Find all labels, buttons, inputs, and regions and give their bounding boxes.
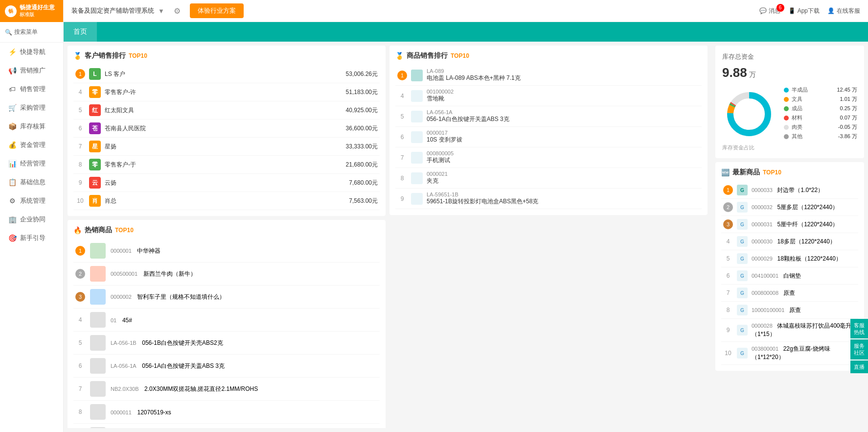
product-image <box>90 266 106 282</box>
sidebar-item-operation[interactable]: 📊 经营管理 <box>0 154 63 173</box>
online-service-button[interactable]: 👤 在线客服 <box>827 7 860 15</box>
product-image <box>90 358 106 374</box>
product-image: G <box>737 219 748 230</box>
sidebar-item-quick[interactable]: ⚡ 快捷导航 <box>0 43 63 61</box>
rank-number: 7 <box>723 289 733 296</box>
rank-number: 8 <box>723 307 733 313</box>
sidebar-item-label: 库存核算 <box>20 122 46 131</box>
message-button[interactable]: 💬 消息 6 <box>759 7 780 15</box>
avatar: L <box>89 68 101 80</box>
product-image: G <box>737 185 748 195</box>
legend-item-other: 其他 -3.86 万 <box>784 133 857 140</box>
inventory-icon: 📦 <box>8 122 16 130</box>
table-row: 8 G 10000100001 原查 <box>721 302 858 319</box>
product-image <box>90 427 106 428</box>
sidebar-item-basic[interactable]: 📋 基础信息 <box>0 173 63 192</box>
donut-chart-wrapper: 半成品 12.45 万 文具 1.01 万 成品 0.25 万 <box>722 86 857 142</box>
customer-amount: 51,183.00元 <box>346 88 378 96</box>
service-label: 在线客服 <box>837 7 860 15</box>
cs-live-button[interactable]: 直播 <box>850 360 868 373</box>
table-row: 1 G 0000033 封边带（1.0*22） <box>721 182 858 199</box>
sidebar-item-inventory[interactable]: 📦 库存核算 <box>0 117 63 136</box>
product-code: 01 <box>111 317 116 323</box>
product-image <box>90 289 106 305</box>
purchase-icon: 🛒 <box>8 104 16 112</box>
sidebar-item-guide[interactable]: 🎯 新手引导 <box>0 229 63 247</box>
product-name: 45# <box>122 317 132 324</box>
product-ranking-card: 🥇 商品销售排行 TOP10 1 LA-089 电池盖 LA-089 ABS本色… <box>389 46 708 215</box>
customer-name: 零售客户-于 <box>105 161 342 169</box>
settings-button[interactable]: ⚙ <box>170 4 184 18</box>
table-row: 4 001000002 雪地靴 <box>395 86 702 106</box>
legend-value: 0.25 万 <box>840 105 857 112</box>
customer-ranking-table: 1 L LS 客户 53,006.26元 4 零 零售客户-许 51,183.0… <box>73 65 380 210</box>
customer-ranking-title: 🥇 客户销售排行 TOP10 <box>73 51 380 60</box>
product-code: 004100001 <box>752 273 778 279</box>
product-name: 手机测试 <box>427 156 700 165</box>
main-area: 装备及固定资产辅助管理系统 ▼ ⚙ 体验行业方案 💬 消息 6 📱 App下载 … <box>64 0 868 432</box>
rank-number: 3 <box>75 292 85 302</box>
legend-value: 0.07 万 <box>840 114 857 121</box>
trial-btn[interactable]: 体验行业方案 <box>190 3 244 18</box>
product-code: LA-056-1A <box>427 109 700 115</box>
product-code: LA-056-1B <box>111 340 137 346</box>
product-image <box>90 243 106 259</box>
cs-hotline-button[interactable]: 客服热线 <box>850 319 868 339</box>
table-row: 5 LA-056-1B 056-1B白色按键开关壳ABS2克 <box>73 332 380 355</box>
customer-amount: 7,680.00元 <box>349 179 378 187</box>
customer-top10-badge: TOP10 <box>129 52 147 59</box>
product-image <box>411 111 423 122</box>
operation-icon: 📊 <box>8 160 16 168</box>
product-name: 59651-1B旋转投影灯电池盒ABS黑色+58克 <box>427 197 700 206</box>
rank-number: 3 <box>723 219 733 229</box>
product-name: 056-1A白色按键开关盖ABS 3克 <box>142 362 225 369</box>
sidebar-item-marketing[interactable]: 📢 营销推广 <box>0 61 63 80</box>
sidebar-item-finance[interactable]: 💰 资金管理 <box>0 136 63 154</box>
cs-community-button[interactable]: 服务社区 <box>850 339 868 360</box>
quick-icon: ⚡ <box>8 48 16 56</box>
product-name: 原查 <box>783 289 795 296</box>
topbar: 装备及固定资产辅助管理系统 ▼ ⚙ 体验行业方案 💬 消息 6 📱 App下载 … <box>64 0 868 22</box>
search-menu-button[interactable]: 🔍 搜索菜单 <box>5 26 58 38</box>
inventory-title-label: 库存总资金 <box>722 52 754 61</box>
sidebar-item-company[interactable]: 🏢 企业协同 <box>0 210 63 229</box>
legend-item-meat: 肉类 -0.05 万 <box>784 123 857 131</box>
product-ranking-table: 1 LA-089 电池盖 LA-089 ABS本色+黑种 7.1克 4 0 <box>395 65 702 209</box>
product-name: 5厘中纤（1220*2440） <box>777 221 838 228</box>
subnav-home[interactable]: 首页 <box>64 22 97 42</box>
app-download-button[interactable]: 📱 App下载 <box>788 7 820 15</box>
rank-number: 1 <box>75 69 85 79</box>
product-name: 中华神器 <box>137 247 160 254</box>
product-code: 0000028 <box>752 323 773 329</box>
system-selector[interactable]: 装备及固定资产辅助管理系统 ▼ <box>71 6 164 15</box>
product-name: 2.0X30MM双搓花轴,搓花直径2.1MM/ROHS <box>144 385 258 392</box>
product-code: 000500001 <box>111 271 137 277</box>
sidebar-item-purchase[interactable]: 🛒 采购管理 <box>0 98 63 117</box>
product-name: 12070519-xs <box>137 409 171 416</box>
table-row: 8 零 零售客户-于 21,680.00元 <box>73 156 380 174</box>
sidebar-item-sales[interactable]: 🏷 销售管理 <box>0 80 63 98</box>
system-title: 装备及固定资产辅助管理系统 <box>71 6 154 15</box>
customer-amount: 21,680.00元 <box>346 161 378 169</box>
sidebar-item-label: 经营管理 <box>20 159 46 168</box>
cs-float-buttons: 客服热线 服务社区 直播 <box>850 319 868 373</box>
legend: 半成品 12.45 万 文具 1.01 万 成品 0.25 万 <box>784 86 857 142</box>
product-ranking-title: 🥇 商品销售排行 TOP10 <box>395 51 702 60</box>
sidebar-item-system[interactable]: ⚙ 系统管理 <box>0 192 63 210</box>
new-products-label: 最新商品 <box>732 168 760 177</box>
table-row: 6 LA-056-1A 056-1A白色按键开关盖ABS 3克 <box>73 355 380 378</box>
basic-icon: 📋 <box>8 178 16 186</box>
hot-products-card: 🔥 热销商品 TOP10 1 0000001 中华神器 <box>68 220 386 428</box>
product-image: G <box>737 348 748 359</box>
legend-color-dot <box>784 106 789 111</box>
rank-number: 1 <box>75 246 85 256</box>
avatar: 红 <box>89 104 101 116</box>
inventory-unit: 万 <box>749 71 756 79</box>
customer-name: 红太阳文具 <box>105 106 342 115</box>
product-image <box>90 404 106 420</box>
cs-live-label: 直播 <box>854 364 865 370</box>
product-code: 0000011 <box>111 409 132 415</box>
rank-number: 5 <box>75 339 85 346</box>
search-label: 搜索菜单 <box>14 28 38 36</box>
subnav: 首页 <box>64 22 868 42</box>
